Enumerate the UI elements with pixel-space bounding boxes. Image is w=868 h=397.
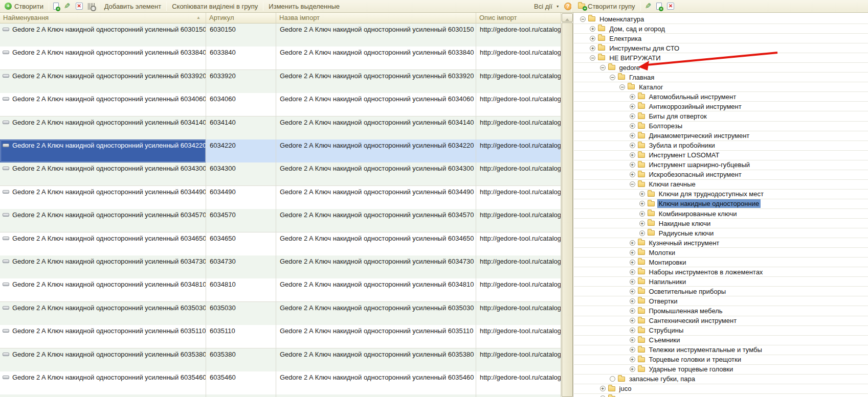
- cell-name[interactable]: Gedore 2 A Ключ накидной односторонний у…: [0, 394, 206, 397]
- tree-item[interactable]: +Искробезопасный инструмент: [574, 170, 868, 180]
- collapse-icon[interactable]: –: [580, 16, 586, 22]
- expand-icon[interactable]: +: [630, 172, 635, 177]
- table-row[interactable]: Gedore 2 A Ключ накидной односторонний у…: [0, 255, 561, 279]
- cell-import-desc[interactable]: http://gedore-tool.ru/catalog/d...: [476, 348, 561, 371]
- cell-import-desc[interactable]: http://gedore-tool.ru/catalog/d...: [476, 186, 561, 209]
- tree-delete-button[interactable]: ✕: [664, 1, 677, 12]
- copy-item-button[interactable]: +: [51, 1, 61, 12]
- tree-copy-button[interactable]: +: [654, 1, 664, 12]
- expand-icon[interactable]: +: [639, 230, 645, 236]
- cell-import-desc[interactable]: http://gedore-tool.ru/catalog/d...: [476, 302, 561, 325]
- tree-item[interactable]: +Динамометрический инструмент: [574, 131, 868, 141]
- expand-icon[interactable]: +: [630, 308, 635, 314]
- expand-icon[interactable]: +: [639, 191, 645, 197]
- scrollbar-thumb[interactable]: [562, 22, 573, 397]
- cell-import-desc[interactable]: http://gedore-tool.ru/catalog/d...: [476, 116, 561, 139]
- cell-article[interactable]: 6035460: [206, 371, 276, 394]
- cell-import-name[interactable]: Gedore 2 A Ключ накидной односторонний у…: [276, 116, 476, 139]
- collapse-icon[interactable]: –: [610, 75, 615, 80]
- cell-name[interactable]: Gedore 2 A Ключ накидной односторонний у…: [0, 371, 206, 394]
- cell-import-desc[interactable]: http://gedore-tool.ru/catalog/d...: [476, 371, 561, 394]
- table-row[interactable]: Gedore 2 A Ключ накидной односторонний у…: [0, 348, 561, 372]
- table-row[interactable]: Gedore 2 A Ключ накидной односторонний у…: [0, 394, 561, 397]
- edit-selected-button[interactable]: Изменить выделенные: [265, 1, 343, 12]
- cell-import-desc[interactable]: http://gedore-tool.ru/catalog/d...: [476, 209, 561, 232]
- tree-item[interactable]: +Напильники: [574, 277, 868, 287]
- tree-item[interactable]: +juco: [574, 384, 868, 394]
- tree-item[interactable]: +Инструмент LOSOMAT: [574, 151, 868, 160]
- cell-import-desc[interactable]: http://gedore-tool.ru/catalog/d...: [476, 93, 561, 116]
- add-element-button[interactable]: Добавить элемент: [101, 1, 165, 12]
- tree-item[interactable]: +Ключи накидные односторонние: [574, 199, 868, 209]
- tree-item[interactable]: +Промышленная мебель: [574, 307, 868, 316]
- collapse-icon[interactable]: –: [619, 84, 625, 90]
- expand-icon[interactable]: +: [630, 328, 635, 333]
- cell-import-desc[interactable]: http://gedore-tool.ru/catalog/d...: [476, 394, 561, 397]
- expand-icon[interactable]: +: [590, 45, 595, 51]
- column-header-name[interactable]: Найменування ▲: [0, 13, 206, 24]
- cell-import-name[interactable]: Gedore 2 A Ключ накидной односторонний у…: [276, 255, 476, 278]
- tree-item[interactable]: +Съемники: [574, 336, 868, 345]
- tree-item[interactable]: +Радиусные ключи: [574, 228, 868, 238]
- cell-import-name[interactable]: Gedore 2 A Ключ накидной односторонний у…: [276, 139, 476, 162]
- expand-icon[interactable]: +: [639, 221, 645, 226]
- table-row[interactable]: Gedore 2 A Ключ накидной односторонний у…: [0, 232, 561, 256]
- cell-import-name[interactable]: Gedore 2 A Ключ накидной односторонний у…: [276, 209, 476, 232]
- expand-icon[interactable]: +: [630, 318, 635, 323]
- cell-name[interactable]: Gedore 2 A Ключ накидной односторонний у…: [0, 186, 206, 209]
- expand-icon[interactable]: +: [630, 94, 635, 100]
- expand-icon[interactable]: +: [630, 104, 635, 109]
- cell-import-desc[interactable]: http://gedore-tool.ru/catalog/d...: [476, 162, 561, 185]
- collapse-icon[interactable]: –: [590, 55, 595, 61]
- table-row[interactable]: Gedore 2 A Ключ накидной односторонний у…: [0, 46, 561, 70]
- cell-import-desc[interactable]: http://gedore-tool.ru/catalog/d...: [476, 278, 561, 301]
- cell-import-name[interactable]: Gedore 2 A Ключ накидной односторонний у…: [276, 325, 476, 348]
- expand-icon[interactable]: +: [630, 337, 635, 343]
- expand-icon[interactable]: +: [630, 240, 635, 246]
- cell-article[interactable]: 6034650: [206, 232, 276, 255]
- cell-import-name[interactable]: Gedore 2 A Ключ накидной односторонний у…: [276, 232, 476, 255]
- tree-item[interactable]: +Тележки инструментальные и тумбы: [574, 345, 868, 355]
- cell-import-name[interactable]: Gedore 2 A Ключ накидной односторонний у…: [276, 24, 476, 46]
- tree-item[interactable]: –Номенклатура: [574, 14, 868, 24]
- cell-article[interactable]: 6034220: [206, 139, 276, 162]
- scroll-up-button[interactable]: [562, 13, 573, 22]
- cell-import-desc[interactable]: http://gedore-tool.ru/catalog/d...: [476, 325, 561, 348]
- cell-name[interactable]: Gedore 2 A Ключ накидной односторонний у…: [0, 209, 206, 232]
- table-row[interactable]: Gedore 2 A Ключ накидной односторонний у…: [0, 209, 561, 232]
- all-actions-button[interactable]: Всі дії ▼: [533, 1, 561, 12]
- tree-item[interactable]: +Биты для отверток: [574, 112, 868, 122]
- cell-import-name[interactable]: Gedore 2 A Ключ накидной односторонний у…: [276, 70, 476, 93]
- cell-import-name[interactable]: Gedore 2 A Ключ накидной односторонний у…: [276, 371, 476, 394]
- cell-name[interactable]: Gedore 2 A Ключ накидной односторонний у…: [0, 70, 206, 93]
- expand-icon[interactable]: +: [630, 250, 635, 255]
- cell-import-name[interactable]: Gedore 2 A Ключ накидной односторонний у…: [276, 302, 476, 325]
- cell-article[interactable]: 6035110: [206, 325, 276, 348]
- table-row[interactable]: Gedore 2 A Ключ накидной односторонний у…: [0, 24, 561, 47]
- tree-item[interactable]: +Дом, сад и огород: [574, 24, 868, 34]
- cell-name[interactable]: Gedore 2 A Ключ накидной односторонний у…: [0, 162, 206, 185]
- cell-import-desc[interactable]: http://gedore-tool.ru/catalog/d...: [476, 24, 561, 46]
- expand-icon[interactable]: +: [600, 386, 606, 391]
- tree-item[interactable]: +Зубила и пробойники: [574, 141, 868, 151]
- cell-import-desc[interactable]: http://gedore-tool.ru/catalog/d...: [476, 255, 561, 278]
- help-icon[interactable]: ?: [564, 3, 572, 10]
- tree-item[interactable]: +Торцевые головки и трещотки: [574, 355, 868, 365]
- tree-item[interactable]: +Инструмент шарнирно-губцевый: [574, 160, 868, 170]
- cell-name[interactable]: Gedore 2 A Ключ накидной односторонний у…: [0, 46, 206, 69]
- cell-import-desc[interactable]: http://gedore-tool.ru/catalog/d...: [476, 139, 561, 162]
- expand-icon[interactable]: +: [630, 289, 635, 294]
- tree-item[interactable]: +Ключи для труднодоступных мест: [574, 190, 868, 199]
- table-row[interactable]: Gedore 2 A Ключ накидной односторонний у…: [0, 70, 561, 94]
- expand-icon[interactable]: +: [639, 201, 645, 206]
- table-row[interactable]: Gedore 2 A Ключ накидной односторонний у…: [0, 186, 561, 209]
- cell-article[interactable]: 6034810: [206, 278, 276, 301]
- cell-name[interactable]: Gedore 2 A Ключ накидной односторонний у…: [0, 348, 206, 371]
- table-row[interactable]: Gedore 2 A Ключ накидной односторонний у…: [0, 278, 561, 302]
- cell-name[interactable]: Gedore 2 A Ключ накидной односторонний у…: [0, 116, 206, 139]
- edit-item-button[interactable]: ✎: [61, 1, 73, 12]
- tree-item[interactable]: +Кузнечный инструмент: [574, 238, 868, 248]
- table-row[interactable]: Gedore 2 A Ключ накидной односторонний у…: [0, 139, 561, 163]
- cell-article[interactable]: 6034490: [206, 186, 276, 209]
- tree-item[interactable]: –НЕ ВИГРУЖАТИ: [574, 53, 868, 63]
